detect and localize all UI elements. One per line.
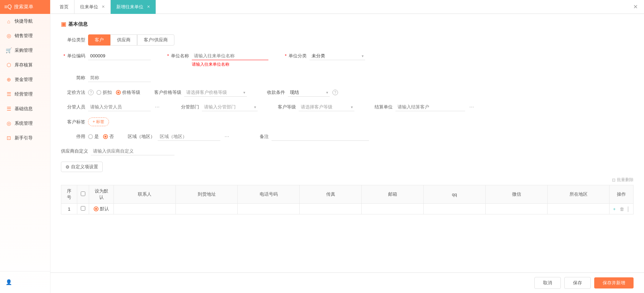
customer-level-select-wrap: 请选择客户等级 bbox=[299, 103, 354, 111]
user-icon: 👤 bbox=[6, 279, 12, 285]
row-address[interactable] bbox=[176, 204, 238, 214]
unit-name-input[interactable] bbox=[192, 52, 268, 60]
region-more-btn[interactable]: ··· bbox=[223, 133, 230, 140]
sidebar-user[interactable]: 👤 bbox=[0, 275, 50, 290]
radio-disabled-yes[interactable]: 是 bbox=[88, 133, 99, 140]
save-button[interactable]: 保存 bbox=[564, 277, 591, 289]
batch-delete-area[interactable]: ⊡ 批量删除 bbox=[61, 177, 634, 183]
sidebar-item-basic-info[interactable]: ☰ 基础信息 bbox=[0, 101, 50, 116]
unit-type-label: 单位类型 bbox=[61, 37, 85, 43]
tab-new-contact[interactable]: 新增往来单位 ✕ bbox=[111, 0, 156, 14]
row-wechat[interactable] bbox=[486, 204, 548, 214]
row-email[interactable] bbox=[362, 204, 424, 214]
payment-terms-select[interactable]: 现结 bbox=[288, 88, 330, 97]
row-fax[interactable] bbox=[300, 204, 362, 214]
close-all-tabs[interactable]: ✕ bbox=[630, 3, 641, 10]
main-area: 首页 往来单位 ✕ 新增往来单位 ✕ ✕ ▣ 基本信息 单位类型 bbox=[50, 0, 644, 293]
unit-code-input[interactable] bbox=[88, 52, 151, 60]
row-default-radio[interactable]: 默认 bbox=[94, 206, 109, 212]
type-btn-supplier[interactable]: 供应商 bbox=[110, 34, 137, 46]
disabled-label: 停用 bbox=[61, 133, 85, 140]
operation-icon: ☰ bbox=[6, 91, 12, 97]
payment-help-icon[interactable]: ? bbox=[332, 90, 338, 95]
row-qq-input[interactable] bbox=[427, 206, 482, 212]
settlement-input[interactable] bbox=[395, 103, 465, 111]
radio-yes-label: 是 bbox=[94, 133, 99, 140]
price-level-label: 客户价格等级 bbox=[154, 89, 181, 96]
pricing-help-icon[interactable]: ? bbox=[88, 90, 94, 95]
tab-contacts-close[interactable]: ✕ bbox=[102, 5, 105, 9]
sidebar-item-label: 基础信息 bbox=[15, 106, 33, 112]
cancel-button[interactable]: 取消 bbox=[534, 277, 561, 289]
basic-info-icon: ☰ bbox=[6, 106, 12, 112]
sidebar-item-operation[interactable]: ☰ 经营管理 bbox=[0, 87, 50, 101]
custom-settings-btn[interactable]: ⚙ 自定义项设置 bbox=[61, 162, 103, 172]
unit-category-group: * 单位分类 未分类 bbox=[282, 52, 365, 60]
row-district[interactable] bbox=[548, 204, 610, 214]
row-delete-btn[interactable]: 🗑 bbox=[620, 206, 624, 212]
sidebar-bottom: 👤 bbox=[0, 271, 50, 293]
price-level-select[interactable]: 请选择客户价格等级 bbox=[184, 88, 247, 97]
unit-category-select-wrap: 未分类 bbox=[309, 52, 365, 60]
row-email-input[interactable] bbox=[365, 206, 420, 212]
radio-discount[interactable]: 折扣 bbox=[96, 89, 112, 96]
dept-select[interactable]: 请输入分管部门 bbox=[202, 103, 258, 111]
table-row: 1 默认 bbox=[61, 204, 634, 214]
supplier-custom-input[interactable] bbox=[91, 147, 174, 155]
sidebar-item-inventory[interactable]: ⬡ 库存核算 bbox=[0, 58, 50, 72]
tab-contacts[interactable]: 往来单位 ✕ bbox=[74, 0, 111, 14]
unit-category-label: * 单位分类 bbox=[282, 53, 307, 59]
tag-label: 客户标签 bbox=[61, 119, 85, 125]
row-phone[interactable] bbox=[238, 204, 300, 214]
manager-more-btn[interactable]: ··· bbox=[154, 104, 161, 110]
row-select-checkbox[interactable] bbox=[81, 206, 85, 211]
sidebar-item-quick-nav[interactable]: ⌂ 快捷导航 bbox=[0, 14, 50, 29]
tab-new-contact-close[interactable]: ✕ bbox=[147, 5, 150, 9]
save-and-add-button[interactable]: 保存并新增 bbox=[594, 277, 634, 288]
tab-contacts-label: 往来单位 bbox=[80, 4, 98, 10]
abbr-input[interactable] bbox=[88, 74, 151, 82]
customer-level-select[interactable]: 请选择客户等级 bbox=[299, 103, 354, 111]
col-seq: 序号 bbox=[61, 185, 77, 204]
sidebar-item-sales[interactable]: ◎ 销售管理 bbox=[0, 29, 50, 43]
sidebar-item-label: 经营管理 bbox=[15, 91, 33, 97]
tag-row: 客户标签 + 标签 bbox=[61, 117, 634, 126]
type-btn-customer[interactable]: 客户 bbox=[88, 34, 110, 46]
type-btn-both[interactable]: 客户/供应商 bbox=[137, 34, 174, 46]
sidebar-item-system[interactable]: ◎ 系统管理 bbox=[0, 116, 50, 131]
sidebar-item-label: 销售管理 bbox=[15, 33, 33, 39]
radio-disabled-no[interactable]: 否 bbox=[103, 133, 114, 140]
row-district-input[interactable] bbox=[551, 206, 606, 212]
tab-home[interactable]: 首页 bbox=[54, 0, 74, 14]
row-wechat-input[interactable] bbox=[489, 206, 544, 212]
batch-delete-label: 批量删除 bbox=[617, 177, 634, 183]
row-fax-input[interactable] bbox=[303, 206, 358, 212]
sidebar-search[interactable]: ≡Q 搜索菜单 bbox=[0, 0, 50, 14]
radio-no-label: 否 bbox=[109, 133, 114, 140]
row-phone-input[interactable] bbox=[241, 206, 296, 212]
row-address-input[interactable] bbox=[179, 206, 234, 212]
row-qq[interactable] bbox=[424, 204, 486, 214]
radio-price-level[interactable]: 价格等级 bbox=[116, 89, 140, 96]
sidebar-item-guide[interactable]: ⊡ 新手引导 bbox=[0, 131, 50, 145]
region-input[interactable] bbox=[158, 132, 220, 141]
radio-discount-label: 折扣 bbox=[103, 89, 112, 96]
select-all-checkbox[interactable] bbox=[81, 192, 85, 196]
row-add-btn[interactable]: + bbox=[613, 206, 616, 212]
pricing-method-group: 定价方法 ? 折扣 价格等级 bbox=[61, 89, 140, 96]
manager-input[interactable] bbox=[88, 103, 151, 111]
settlement-more-btn[interactable]: ··· bbox=[468, 104, 475, 110]
home-icon: ⌂ bbox=[6, 18, 12, 24]
sidebar-item-purchase[interactable]: 🛒 采购管理 bbox=[0, 43, 50, 58]
gear-icon: ⚙ bbox=[65, 164, 70, 170]
sidebar-item-finance[interactable]: ⊕ 资金管理 bbox=[0, 72, 50, 87]
add-tag-button[interactable]: + 标签 bbox=[88, 117, 109, 126]
row-contact-input[interactable] bbox=[117, 206, 172, 212]
row-contact[interactable] bbox=[114, 204, 176, 214]
purchase-icon: 🛒 bbox=[6, 47, 12, 54]
remark-input[interactable] bbox=[272, 132, 369, 141]
unit-category-select[interactable]: 未分类 bbox=[309, 52, 365, 60]
row-default: 默认 bbox=[89, 204, 113, 214]
inventory-icon: ⬡ bbox=[6, 62, 12, 68]
system-icon: ◎ bbox=[6, 120, 12, 127]
